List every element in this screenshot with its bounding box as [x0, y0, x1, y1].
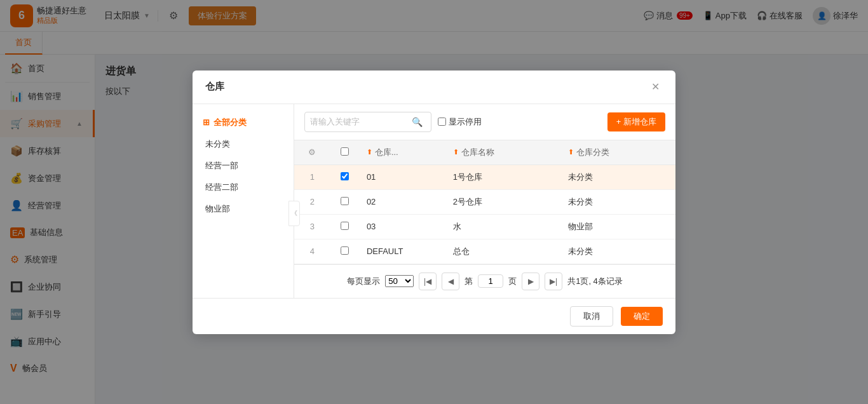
row-check[interactable]	[330, 165, 359, 189]
modal-sidebar-item-operations2[interactable]: 经营二部	[193, 177, 294, 198]
row-name: 2号仓库	[445, 189, 560, 214]
warehouse-table: ⚙ ⬆ 仓库...	[294, 140, 675, 264]
warehouse-search-input[interactable]	[310, 117, 412, 126]
sort-category-icon: ⬆	[568, 148, 574, 156]
modal-sidebar-item-property[interactable]: 物业部	[193, 198, 294, 220]
per-page-select[interactable]: 50 100 200	[385, 275, 414, 287]
row-name: 总仓	[445, 239, 560, 264]
search-icon: 🔍	[412, 117, 423, 127]
page-input[interactable]	[478, 274, 503, 288]
modal-pagination: 每页显示 50 100 200 |◀ ◀ 第 页 ▶ ▶| 共1页, 4条记录	[294, 264, 675, 298]
row-check[interactable]	[330, 214, 359, 239]
modal-overlay: 仓库 ✕ ⊞ 全部分类 未分类 经营一部 经营二部	[0, 0, 868, 404]
th-gear: ⚙	[294, 140, 330, 165]
modal-sidebar-header[interactable]: ⊞ 全部分类	[193, 112, 294, 133]
per-page-label: 每页显示	[347, 276, 380, 287]
modal-toolbar: 🔍 显示停用 + 新增仓库	[294, 104, 675, 140]
grid-icon: ⊞	[203, 118, 210, 127]
row-index: 1	[294, 165, 330, 189]
row-code: 02	[359, 189, 445, 214]
confirm-btn[interactable]: 确定	[621, 307, 663, 326]
th-name[interactable]: ⬆ 仓库名称	[445, 140, 560, 165]
select-all-checkbox[interactable]	[341, 147, 349, 156]
sort-icon: ⬆	[367, 148, 372, 156]
show-disabled-checkbox[interactable]: 显示停用	[438, 116, 482, 128]
row-category: 未分类	[560, 165, 675, 189]
sort-name-icon: ⬆	[453, 148, 459, 156]
row-code: 03	[359, 214, 445, 239]
table-row[interactable]: 1 01 1号仓库 未分类	[294, 165, 675, 189]
modal-footer: 取消 确定	[193, 298, 675, 334]
row-name: 水	[445, 214, 560, 239]
add-warehouse-btn[interactable]: + 新增仓库	[607, 112, 665, 131]
th-check	[330, 140, 359, 165]
modal-close-btn[interactable]: ✕	[648, 79, 663, 95]
modal-title: 仓库	[205, 81, 224, 93]
th-code[interactable]: ⬆ 仓库...	[359, 140, 445, 165]
page-last-btn[interactable]: ▶|	[545, 273, 562, 290]
page-prev-btn[interactable]: ◀	[442, 273, 459, 290]
th-category[interactable]: ⬆ 仓库分类	[560, 140, 675, 165]
row-check[interactable]	[330, 239, 359, 264]
table-row[interactable]: 4 DEFAULT 总仓 未分类	[294, 239, 675, 264]
modal-sidebar-item-uncategorized[interactable]: 未分类	[193, 133, 294, 155]
row-name: 1号仓库	[445, 165, 560, 189]
total-info: 共1页, 4条记录	[567, 276, 623, 287]
page-unit: 页	[508, 276, 517, 287]
modal-sidebar-item-operations1[interactable]: 经营一部	[193, 155, 294, 177]
warehouse-search-box: 🔍	[304, 112, 431, 132]
warehouse-modal: 仓库 ✕ ⊞ 全部分类 未分类 经营一部 经营二部	[193, 71, 675, 334]
row-code: 01	[359, 165, 445, 189]
all-categories-label: 全部分类	[214, 117, 247, 128]
show-disabled-input[interactable]	[438, 118, 446, 126]
page-next-btn[interactable]: ▶	[522, 273, 539, 290]
row-category: 物业部	[560, 214, 675, 239]
table-row[interactable]: 2 02 2号仓库 未分类	[294, 189, 675, 214]
row-code: DEFAULT	[359, 239, 445, 264]
row-check[interactable]	[330, 189, 359, 214]
modal-body: ⊞ 全部分类 未分类 经营一部 经营二部 物业部 《	[193, 104, 675, 298]
row-category: 未分类	[560, 189, 675, 214]
row-index: 4	[294, 239, 330, 264]
page-label: 第	[465, 276, 473, 287]
cancel-btn[interactable]: 取消	[570, 306, 613, 327]
modal-header: 仓库 ✕	[193, 71, 675, 104]
modal-sidebar: ⊞ 全部分类 未分类 经营一部 经营二部 物业部 《	[193, 104, 294, 298]
modal-sidebar-collapse-btn[interactable]: 《	[288, 201, 300, 226]
table-row[interactable]: 3 03 水 物业部	[294, 214, 675, 239]
modal-main: 🔍 显示停用 + 新增仓库 ⚙	[294, 104, 675, 298]
row-category: 未分类	[560, 239, 675, 264]
page-first-btn[interactable]: |◀	[419, 273, 437, 290]
